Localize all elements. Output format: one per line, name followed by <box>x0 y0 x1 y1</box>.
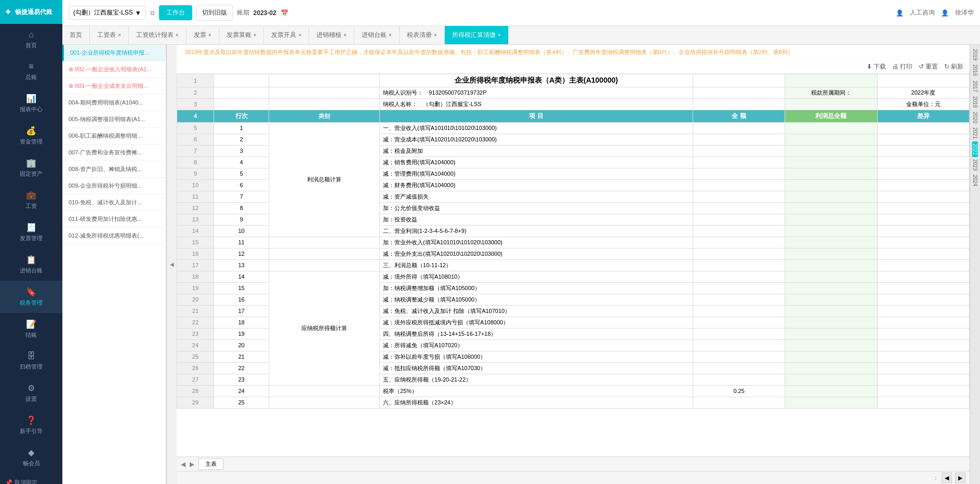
tab-tax-calc[interactable]: 所得税汇算清缴 × <box>445 26 509 44</box>
sub-sidebar-item-004[interactable]: 004-期间费用明细表(A1040... <box>62 95 166 111</box>
sidebar-item-home[interactable]: ⌂ 首页 <box>0 24 62 56</box>
tab-close-icon[interactable]: × <box>118 32 121 38</box>
tab-label: 发票 <box>194 31 206 40</box>
sub-sidebar-item-005[interactable]: 005-纳税调整项目明细表(A1... <box>62 111 166 128</box>
tab-close-icon[interactable]: × <box>298 32 301 38</box>
main-area: (勾删）江西服宝-LSS ▼ ⧉ 工作台 切到旧版 账期 2023-02 📅 👤… <box>62 0 980 484</box>
sub-sidebar-item-011[interactable]: 011-研发费用加计扣除优惠... <box>62 211 166 228</box>
page-next-button[interactable]: ▶ <box>955 473 965 483</box>
tab-salary-stat[interactable]: 工资统计报表 × <box>129 26 187 44</box>
tab-invoice-calc[interactable]: 发票算账 × <box>219 26 264 44</box>
pin-icon: 📌 <box>5 479 12 484</box>
sidebar-item-settings[interactable]: ⚙ 设置 <box>0 377 62 409</box>
guide-icon: ❓ <box>26 415 36 425</box>
sub-sidebar-item-012[interactable]: 012-减免所得税优惠明细表(... <box>62 228 166 244</box>
year-2020[interactable]: 2020 <box>972 110 978 125</box>
sheet-tab-label: 主表 <box>205 461 217 467</box>
sidebar-item-ledger[interactable]: ≡ 总账 <box>0 56 62 87</box>
copy-icon[interactable]: ⧉ <box>150 9 155 17</box>
year-2024[interactable]: 2024 <box>972 173 978 188</box>
sidebar-item-label: 资金管理 <box>20 138 43 146</box>
service-label[interactable]: 人工咨询 <box>910 8 935 17</box>
sidebar-item-assets[interactable]: 🏢 固定资产 <box>0 152 62 184</box>
spreadsheet-wrapper[interactable]: 1 企业所得税年度纳税申报表（A类）主表(A100000) 2 <box>177 74 970 457</box>
tab-label: 税表清册 <box>407 31 432 40</box>
refresh-button[interactable]: ↻ 刷新 <box>944 62 963 71</box>
year-2017[interactable]: 2017 <box>972 79 978 94</box>
print-icon: 🖨 <box>892 63 898 70</box>
sub-sidebar-item-002[interactable]: ⊗ 002-一般企业收入明细表(A1... <box>62 61 166 78</box>
page-prev-button[interactable]: ◀ <box>942 473 952 483</box>
table-row: 29 25 六、应纳所得税额（23×24） <box>177 397 970 408</box>
sidebar-item-sales[interactable]: 📋 进销台账 <box>0 248 62 281</box>
download-label: 下载 <box>873 62 886 71</box>
table-row: 1 企业所得税年度纳税申报表（A类）主表(A100000) <box>177 74 970 87</box>
tab-invoice-open[interactable]: 发票开具 × <box>264 26 309 44</box>
sub-sidebar-item-008[interactable]: 008-资产折旧、摊销及纳税... <box>62 161 166 178</box>
print-button[interactable]: 🖨 打印 <box>892 62 912 71</box>
year-2022[interactable]: 2022 <box>972 141 978 157</box>
sub-sidebar-item-007[interactable]: 007-广告费和业务宣传费摊... <box>62 145 166 161</box>
tab-close-icon[interactable]: × <box>498 32 501 38</box>
salary-icon: 💼 <box>26 190 36 200</box>
tab-close-icon[interactable]: × <box>254 32 257 38</box>
year-2021[interactable]: 2021 <box>972 125 978 141</box>
calendar-icon[interactable]: 📅 <box>281 9 288 17</box>
sidebar-item-invoices[interactable]: 🧾 发票管理 <box>0 216 62 248</box>
sheet-tab-main[interactable]: 主表 <box>198 458 223 470</box>
year-2019[interactable]: 2019 <box>972 47 978 62</box>
sidebar-item-guide[interactable]: ❓ 新手引导 <box>0 409 62 441</box>
sidebar-item-close[interactable]: 📝 结账 <box>0 313 62 345</box>
sub-sidebar-item-006[interactable]: 006-职工薪酬纳税调整明细... <box>62 128 166 145</box>
tab-close-icon[interactable]: × <box>176 32 179 38</box>
reset-button[interactable]: ↺ 重置 <box>919 62 938 71</box>
tab-tax-clear[interactable]: 税表清册 × <box>400 26 445 44</box>
download-button[interactable]: ⬇ 下载 <box>867 62 886 71</box>
year-2016[interactable]: 2016 <box>972 62 978 78</box>
sidebar-item-member[interactable]: ◆ 畅会员 <box>0 441 62 474</box>
tab-invoice-ledger[interactable]: 进销台账 × <box>354 26 400 44</box>
year-2023[interactable]: 2023 <box>972 157 978 173</box>
sub-sidebar-item-003[interactable]: ⊗ 003-一般企业成本支出明细... <box>62 78 166 95</box>
pin-label: 取消固定 <box>15 479 37 484</box>
tab-close-icon[interactable]: × <box>434 32 437 38</box>
sidebar-collapse-button[interactable]: ◀ <box>166 45 177 484</box>
sheet-nav-next[interactable]: ▶ <box>190 461 194 468</box>
sub-sidebar: 001-企业所得税年度纳税申报... ⊗ 002-一般企业收入明细表(A1...… <box>62 45 166 484</box>
sidebar-item-fund[interactable]: 💰 资金管理 <box>0 120 62 152</box>
company-selector[interactable]: (勾删）江西服宝-LSS ▼ <box>69 6 146 20</box>
tab-home[interactable]: 首页 <box>62 26 90 44</box>
tab-close-icon[interactable]: × <box>343 32 347 38</box>
sidebar-item-label: 设置 <box>25 395 37 403</box>
tab-close-icon[interactable]: × <box>389 32 392 38</box>
warning-text: 2019年度涉及取以前年度结转数据的申报表单元格需要手工维护正确，才能保证本年及… <box>185 49 793 55</box>
switch-button[interactable]: 切到旧版 <box>196 5 233 21</box>
sub-sidebar-item-009[interactable]: 009-企业所得税补亏损明细... <box>62 178 166 194</box>
sidebar-item-report[interactable]: 📊 报表中心 <box>0 87 62 120</box>
taxpayer-name-label: 纳税人名称： <box>383 101 417 107</box>
sidebar-item-salary[interactable]: 💼 工资 <box>0 184 62 216</box>
year-2018[interactable]: 2018 <box>972 94 978 110</box>
tab-close-icon[interactable]: × <box>208 32 211 38</box>
ledger-icon: ≡ <box>29 62 33 71</box>
tab-invoice[interactable]: 发票 × <box>187 26 219 44</box>
sidebar-pin-toggle[interactable]: 📌 取消固定 <box>0 474 62 484</box>
error-icon: ⊗ <box>69 66 75 72</box>
refresh-label: 刷新 <box>951 62 963 71</box>
workbench-button[interactable]: 工作台 <box>159 5 192 20</box>
tab-salary[interactable]: 工资表 × <box>90 26 129 44</box>
sub-sidebar-item-010[interactable]: 010-免税、减计收入及加计... <box>62 194 166 211</box>
logo-icon: ✦ <box>4 6 12 18</box>
tab-invoice-verify[interactable]: 进销稽核 × <box>309 26 354 44</box>
tab-label: 首页 <box>70 31 82 40</box>
tax-icon: 🔖 <box>26 287 36 297</box>
sidebar-item-label: 固定资产 <box>20 170 43 178</box>
sidebar-item-archive[interactable]: 🗄 归档管理 <box>0 345 62 377</box>
sub-sidebar-item-001[interactable]: 001-企业所得税年度纳税申报... <box>62 45 166 61</box>
sidebar-item-tax[interactable]: 🔖 税务管理 <box>0 281 62 313</box>
member-icon: ◆ <box>28 448 34 457</box>
gear-icon: ⚙ <box>28 383 35 393</box>
content-area: 001-企业所得税年度纳税申报... ⊗ 002-一般企业收入明细表(A1...… <box>62 45 980 484</box>
period-label: 账期 <box>237 8 249 17</box>
sheet-nav-prev[interactable]: ◀ <box>181 461 186 468</box>
